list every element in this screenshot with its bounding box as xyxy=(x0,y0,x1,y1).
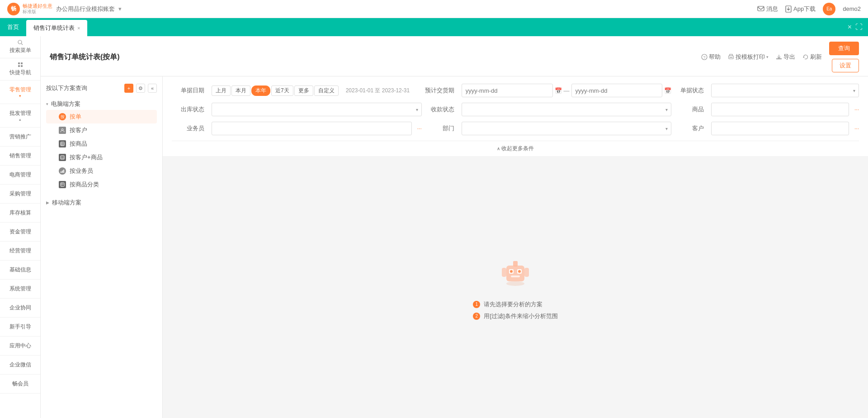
tip-num-2: 2 xyxy=(473,313,480,320)
salesperson-label: 业务员 xyxy=(172,124,208,133)
collapse-panel-btn[interactable]: « xyxy=(148,84,157,93)
export-btn[interactable]: 导出 xyxy=(776,53,795,61)
sidebar-quick-nav[interactable]: 快捷导航 xyxy=(0,58,40,81)
scheme-group-toggle: ▾ xyxy=(46,102,48,106)
payment-status-select[interactable]: 未收款 部分收款 已收款 xyxy=(462,103,672,116)
main-content: 单据日期 上月 本月 本年 近7天 更多 自定义 2023-01-01 至 20… xyxy=(163,76,868,418)
user-avatar[interactable]: Ea xyxy=(823,3,835,15)
date-input-group: 📅 — 📅 xyxy=(462,84,672,97)
sidebar-item-member-label: 畅会员 xyxy=(4,380,37,388)
app-title-dropdown[interactable]: ▾ xyxy=(118,5,122,12)
sidebar-item-wholesale[interactable]: 批发管理 ▴ xyxy=(0,104,40,128)
collapse-row[interactable]: ∧ 收起更多条件 xyxy=(172,141,859,156)
svg-rect-25 xyxy=(61,183,64,186)
delivery-status-select[interactable]: 未出库 部分出库 已出库 xyxy=(212,103,422,116)
app-download-btn[interactable]: App下载 xyxy=(785,5,816,13)
collapse-label: 收起更多条件 xyxy=(501,145,534,152)
scheme-group-mobile-toggle: ▶ xyxy=(46,200,49,205)
sidebar-item-guide[interactable]: 新手引导 xyxy=(0,318,40,337)
tab-home[interactable]: 首页 xyxy=(0,18,26,36)
sidebar-item-purchase-label: 采购管理 xyxy=(4,190,37,198)
tab-active[interactable]: 销售订单统计表 × xyxy=(26,20,87,36)
sidebar-item-wechat[interactable]: 企业微信 xyxy=(0,356,40,375)
sidebar-item-wholesale-label: 批发管理 xyxy=(4,109,37,117)
department-select[interactable] xyxy=(462,122,672,135)
date-btn-lastmonth[interactable]: 上月 xyxy=(212,86,231,96)
filter-row-2: 出库状态 未出库 部分出库 已出库 ▾ xyxy=(172,103,859,116)
tab-maximize-btn[interactable]: ⛶ xyxy=(855,23,863,31)
scheme-item-by-goods[interactable]: 按商品 xyxy=(46,137,157,151)
scheme-item-by-order[interactable]: 按 按单 xyxy=(46,110,157,124)
sidebar-item-appcenter[interactable]: 应用中心 xyxy=(0,337,40,356)
tab-minimize-btn[interactable]: × xyxy=(848,23,852,31)
sidebar-item-member[interactable]: 畅会员 xyxy=(0,375,40,394)
query-button[interactable]: 查询 xyxy=(829,42,859,55)
expected-date-end[interactable] xyxy=(571,84,663,97)
settings-scheme-btn[interactable]: ⚙ xyxy=(136,84,145,93)
salesperson-input[interactable] xyxy=(212,122,412,135)
page-header: 销售订单统计表(按单) ? 帮助 按模板打印 ▾ 导出 刷新 xyxy=(41,36,868,76)
sidebar-item-system[interactable]: 系统管理 xyxy=(0,280,40,299)
scheme-item-by-salesperson[interactable]: 按业务员 xyxy=(46,164,157,178)
date-btn-thismonth[interactable]: 本月 xyxy=(231,86,250,96)
svg-rect-13 xyxy=(776,58,782,59)
bill-status-select[interactable]: 草稿 已审核 已关闭 xyxy=(711,84,859,97)
date-btn-custom[interactable]: 自定义 xyxy=(314,86,339,96)
scheme-group-mobile-header[interactable]: ▶ 移动端方案 xyxy=(46,197,157,209)
sidebar-item-ecommerce-label: 电商管理 xyxy=(4,171,37,179)
sidebar-search[interactable]: 搜索菜单 xyxy=(0,36,40,58)
scheme-item-by-category[interactable]: 按商品分类 xyxy=(46,178,157,191)
scheme-item-by-customer-goods[interactable]: 按客户+商品 xyxy=(46,151,157,164)
expected-date-start[interactable] xyxy=(462,84,553,97)
sidebar-item-sales[interactable]: 销售管理 xyxy=(0,147,40,166)
scheme-item-by-customer[interactable]: 按客户 xyxy=(46,124,157,137)
sidebar-item-inventory[interactable]: 库存核算 xyxy=(0,204,40,223)
customer-more-btn[interactable]: ··· xyxy=(854,125,859,132)
sidebar-item-ecommerce[interactable]: 电商管理 xyxy=(0,166,40,185)
bill-status-select-wrapper: 草稿 已审核 已关闭 ▾ xyxy=(711,84,859,97)
goods-input[interactable] xyxy=(711,103,849,116)
salesperson-more-btn[interactable]: ··· xyxy=(417,125,422,132)
filter-row-1: 单据日期 上月 本月 本年 近7天 更多 自定义 2023-01-01 至 20… xyxy=(172,84,859,97)
username-label[interactable]: demo2 xyxy=(843,5,861,12)
logo-area[interactable]: 畅 畅捷通好生意 标准版 xyxy=(7,3,52,15)
sidebar-item-basic[interactable]: 基础信息 xyxy=(0,261,40,280)
message-btn[interactable]: 消息 xyxy=(757,5,778,13)
tab-close-btn[interactable]: × xyxy=(77,25,80,31)
svg-rect-5 xyxy=(18,62,20,64)
sidebar-item-marketing[interactable]: 营销推广 xyxy=(0,128,40,147)
svg-rect-35 xyxy=(513,261,518,266)
sidebar-item-enterprise[interactable]: 企业协同 xyxy=(0,299,40,318)
sidebar-item-purchase[interactable]: 采购管理 xyxy=(0,185,40,204)
sidebar-item-enterprise-label: 企业协同 xyxy=(4,304,37,312)
query-btn-group: 查询 设置 xyxy=(829,42,859,72)
logo-text: 畅捷通好生意 xyxy=(23,3,52,9)
help-btn[interactable]: ? 帮助 xyxy=(701,53,721,61)
customer-input[interactable] xyxy=(711,122,849,135)
help-icon: ? xyxy=(701,54,708,60)
refresh-icon xyxy=(802,54,809,60)
settings-button[interactable]: 设置 xyxy=(832,59,859,72)
add-scheme-btn[interactable]: + xyxy=(124,84,133,93)
calendar-start-icon[interactable]: 📅 xyxy=(555,87,562,94)
date-btn-thisyear[interactable]: 本年 xyxy=(251,86,270,96)
sidebar-search-label: 搜索菜单 xyxy=(4,47,37,54)
goods-more-btn[interactable]: ··· xyxy=(854,106,859,113)
date-btn-more[interactable]: 更多 xyxy=(294,86,313,96)
date-btn-7days[interactable]: 近7天 xyxy=(271,86,293,96)
sidebar-item-finance-label: 资金管理 xyxy=(4,228,37,236)
filter-group-salesperson: 业务员 ··· xyxy=(172,122,422,135)
scheme-group-mobile: ▶ 移动端方案 xyxy=(41,194,162,211)
calendar-end-icon[interactable]: 📅 xyxy=(664,87,671,94)
scheme-group-desktop-header[interactable]: ▾ 电脑端方案 xyxy=(46,98,157,110)
refresh-btn[interactable]: 刷新 xyxy=(802,53,822,61)
template-print-btn[interactable]: 按模板打印 ▾ xyxy=(728,53,769,61)
sidebar-item-operations[interactable]: 经营管理 xyxy=(0,242,40,261)
sidebar-item-finance[interactable]: 资金管理 xyxy=(0,223,40,242)
left-panel-header: 按以下方案查询 + ⚙ « xyxy=(41,81,162,95)
svg-rect-6 xyxy=(21,62,23,64)
sidebar-item-retail[interactable]: 零售管理 ▾ xyxy=(0,81,40,104)
sidebar-nav-label: 快捷导航 xyxy=(4,69,37,76)
tab-bar: 首页 销售订单统计表 × × ⛶ xyxy=(0,18,868,36)
empty-tips: 1 请先选择要分析的方案 2 用[过滤]条件来缩小分析范围 xyxy=(473,299,557,322)
